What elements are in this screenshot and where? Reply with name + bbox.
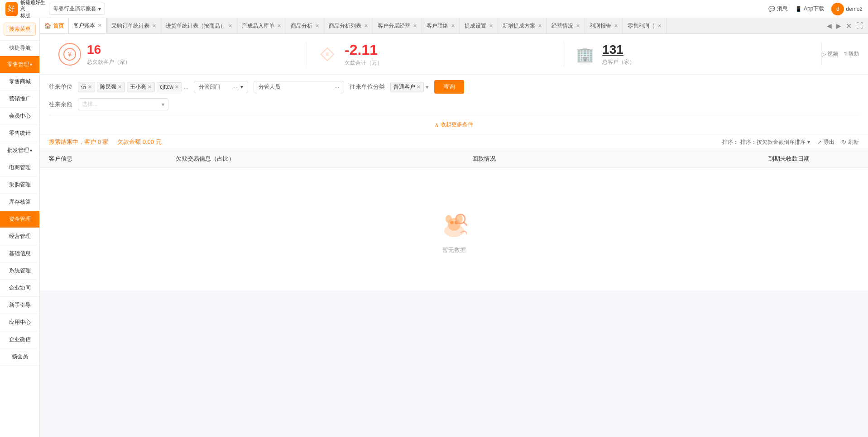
user-profile[interactable]: d demo2	[831, 3, 863, 15]
sidebar-item-inventory[interactable]: 库存核算	[0, 194, 39, 211]
tab-close-icon[interactable]: ✕	[98, 23, 102, 28]
svg-point-11	[456, 215, 463, 223]
tab-close-icon[interactable]: ✕	[315, 23, 319, 29]
sidebar-item-app-center[interactable]: 应用中心	[0, 314, 39, 331]
result-actions: 排序： 排序：按欠款金额倒序排序 ▾ ↗ 导出 ↻ 刷新	[722, 138, 859, 146]
messages-button[interactable]: 💬 消息	[768, 5, 788, 13]
help-icon: ?	[844, 51, 847, 57]
sidebar-item-finance[interactable]: 资金管理	[0, 211, 39, 228]
tab-profit-report[interactable]: 利润报告 ✕	[585, 18, 623, 33]
empty-state: 暂无数据	[40, 168, 868, 290]
tab-retail-profit[interactable]: 零售利润（ ✕	[623, 18, 667, 33]
tab-close-icon[interactable]: ✕	[228, 23, 232, 29]
refresh-icon: ↻	[842, 139, 846, 145]
debt-customers-icon: ¥	[58, 43, 82, 66]
col-header-debt: 欠款交易信息（占比）	[176, 155, 472, 163]
manager-select[interactable]: 分管人员 ···	[254, 81, 344, 93]
help-button[interactable]: ? 帮助	[844, 50, 859, 58]
app-download-button[interactable]: 📱 App下载	[795, 5, 824, 13]
tab-close-icon[interactable]: ✕	[277, 23, 281, 29]
video-button[interactable]: ▷ 视频	[822, 50, 838, 58]
empty-icon	[436, 204, 472, 241]
filter-tag-close-1[interactable]: ✕	[118, 84, 122, 90]
query-button[interactable]: 查询	[434, 80, 464, 94]
message-icon: 💬	[768, 6, 775, 12]
tab-product-analysis[interactable]: 商品分析 ✕	[286, 18, 324, 33]
sidebar-item-ecommerce[interactable]: 电商管理	[0, 159, 39, 176]
tab-home[interactable]: 🏠 首页	[40, 18, 69, 33]
stat-total-debt-customers: ¥ 16 总欠款客户（家）	[49, 42, 307, 66]
tab-purchase-order[interactable]: 采购订单统计表 ✕	[107, 18, 161, 33]
tab-operations[interactable]: 经营情况 ✕	[547, 18, 585, 33]
sidebar-item-member-center[interactable]: 会员中心	[0, 108, 39, 125]
sidebar-item-operations[interactable]: 经营管理	[0, 228, 39, 245]
sort-select[interactable]: 排序： 排序：按欠款金额倒序排序 ▾	[722, 138, 810, 146]
tab-close-icon[interactable]: ✕	[657, 23, 662, 29]
sidebar-item-wechat[interactable]: 企业微信	[0, 331, 39, 348]
app-selector[interactable]: 母婴行业演示账套 ▾	[49, 3, 105, 15]
filter-area: 往来单位 伍 ✕ 陈民强 ✕ 王小亮 ✕	[40, 75, 868, 134]
tabs-close-button[interactable]: ✕	[844, 21, 854, 31]
tab-stock-stats[interactable]: 进货单统计表（按商品） ✕	[161, 18, 237, 33]
tabs-bar: 🏠 首页 客户账本 ✕ 采购订单统计表 ✕ 进货单统计表（按商品） ✕ 产成品入…	[40, 18, 868, 34]
collapse-button[interactable]: ∧ 收起更多条件	[49, 121, 859, 128]
tab-close-icon[interactable]: ✕	[413, 23, 417, 29]
filter-tag-close-0[interactable]: ✕	[88, 84, 92, 90]
total-customers-icon: 🏢	[573, 43, 597, 66]
sidebar-search: 搜索菜单	[0, 18, 39, 41]
tab-close-icon[interactable]: ✕	[614, 23, 618, 29]
sidebar-item-guide[interactable]: 新手引导	[0, 297, 39, 314]
tab-commission-settings[interactable]: 提成设置 ✕	[460, 18, 498, 33]
sidebar-item-retail-mall[interactable]: 零售商城	[0, 73, 39, 90]
sidebar-item-purchase[interactable]: 采购管理	[0, 176, 39, 194]
svg-line-9	[464, 222, 467, 225]
sidebar-item-retail-stats[interactable]: 零售统计	[0, 125, 39, 142]
tab-customer-tier[interactable]: 客户分层经营 ✕	[373, 18, 422, 33]
balance-select[interactable]: 选择... ▾	[78, 98, 168, 110]
tab-close-icon[interactable]: ✕	[489, 23, 493, 29]
svg-text:¥: ¥	[67, 51, 72, 58]
svg-point-10	[446, 215, 452, 223]
sidebar-item-retail-management[interactable]: 零售管理 ▾	[0, 56, 39, 73]
tab-close-icon[interactable]: ✕	[364, 23, 368, 29]
debt-total-value: -2.11	[345, 41, 383, 58]
tab-customer-contact[interactable]: 客户联络 ✕	[422, 18, 460, 33]
quick-nav-button[interactable]: 快捷导航	[0, 41, 39, 56]
top-bar-left: 好 畅捷通好生意 标版 母婴行业演示账套 ▾	[5, 0, 105, 19]
chevron-right-icon: ▾	[30, 148, 32, 153]
sidebar-item-wholesale[interactable]: 批发管理 ▾	[0, 142, 39, 159]
tab-product-inbound[interactable]: 产成品入库单 ✕	[237, 18, 286, 33]
stats-bar: ¥ 16 总欠款客户（家） ❋	[40, 34, 868, 75]
division-select[interactable]: 分管部门 ··· ▾	[194, 81, 248, 93]
filter-row-1: 往来单位 伍 ✕ 陈民强 ✕ 王小亮 ✕	[49, 80, 859, 94]
search-menu-button[interactable]: 搜索菜单	[4, 23, 36, 36]
tab-customer-account[interactable]: 客户账本 ✕	[69, 18, 107, 33]
filter-tag-3: cjttcw ✕	[157, 82, 182, 91]
filter-tag-close-3[interactable]: ✕	[175, 84, 179, 90]
sidebar-item-system[interactable]: 系统管理	[0, 262, 39, 280]
sidebar-item-member[interactable]: 畅会员	[0, 348, 39, 366]
tabs-next-button[interactable]: ▶	[834, 21, 843, 30]
sidebar-item-basic-info[interactable]: 基础信息	[0, 245, 39, 262]
tab-close-icon[interactable]: ✕	[451, 23, 455, 29]
stats-bar-actions: ▷ 视频 ? 帮助	[822, 50, 859, 58]
sidebar-item-enterprise[interactable]: 企业协同	[0, 280, 39, 297]
tabs-maximize-button[interactable]: ⛶	[854, 21, 865, 31]
svg-text:❋: ❋	[325, 51, 330, 57]
export-button[interactable]: ↗ 导出	[817, 138, 834, 146]
tab-new-commission[interactable]: 新增提成方案 ✕	[498, 18, 547, 33]
filter-more-tags[interactable]: ...	[184, 84, 188, 90]
tab-close-icon[interactable]: ✕	[538, 23, 542, 29]
sidebar-item-marketing[interactable]: 营销推广	[0, 90, 39, 108]
category-chevron[interactable]: ▾	[426, 84, 429, 90]
tab-close-icon[interactable]: ✕	[576, 23, 580, 29]
filter-tag-2: 王小亮 ✕	[127, 82, 155, 92]
tab-product-analysis-list[interactable]: 商品分析列表 ✕	[324, 18, 373, 33]
refresh-button[interactable]: ↻ 刷新	[842, 138, 859, 146]
table-header: 客户信息 欠款交易信息（占比） 回款情况 到期未收款日期	[40, 150, 868, 168]
category-tag-close[interactable]: ✕	[417, 84, 421, 90]
total-customers-value: 131	[602, 42, 635, 57]
tab-close-icon[interactable]: ✕	[152, 23, 156, 29]
tabs-prev-button[interactable]: ◀	[825, 21, 834, 30]
filter-tag-close-2[interactable]: ✕	[148, 84, 152, 90]
